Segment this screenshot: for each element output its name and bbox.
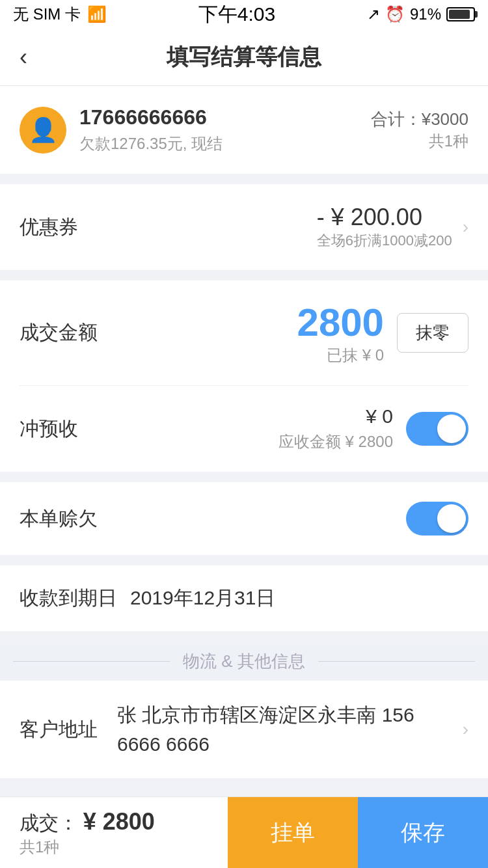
toggle-knob bbox=[437, 414, 466, 443]
page-title: 填写结算等信息 bbox=[167, 42, 321, 72]
battery-percent: 91% bbox=[410, 5, 441, 23]
due-date-row: 收款到期日 2019年12月31日 bbox=[0, 565, 488, 631]
customer-right: 合计：¥3000 共1种 bbox=[371, 108, 468, 152]
hold-button[interactable]: 挂单 bbox=[228, 797, 358, 869]
battery-icon bbox=[446, 7, 475, 21]
avatar: 👤 bbox=[20, 107, 66, 154]
prepay-label: 冲预收 bbox=[20, 416, 78, 442]
total-count: 共1种 bbox=[371, 131, 468, 152]
alarm-icon: ⏰ bbox=[385, 5, 405, 23]
save-button[interactable]: 保存 bbox=[358, 797, 488, 869]
separator-section: 物流 & 其他信息 bbox=[0, 642, 488, 681]
address-arrow-icon: › bbox=[463, 719, 468, 740]
customer-card: 👤 17666666666 欠款1276.35元, 现结 合计：¥3000 共1… bbox=[0, 86, 488, 174]
location-icon: ↗ bbox=[367, 5, 380, 23]
credit-row: 本单赊欠 bbox=[0, 482, 488, 555]
bottom-summary: 成交： ¥ 2800 共1种 bbox=[0, 808, 228, 858]
deal-amount-value: 2800 bbox=[297, 300, 384, 345]
coupon-right: - ¥ 200.00 全场6折满1000减200 › bbox=[317, 204, 468, 251]
total-label: 合计：¥3000 bbox=[371, 108, 468, 131]
prepay-row: 冲预收 ¥ 0 应收金额 ¥ 2800 bbox=[20, 386, 468, 472]
bottom-count: 共1种 bbox=[20, 837, 208, 858]
bottom-deal-amount: ¥ 2800 bbox=[83, 808, 155, 835]
customer-info: 17666666666 欠款1276.35元, 现结 bbox=[79, 105, 223, 154]
status-left: 无 SIM 卡 📶 bbox=[13, 4, 107, 25]
due-date-label: 收款到期日 bbox=[20, 585, 117, 612]
deal-label: 成交金额 bbox=[20, 319, 98, 346]
coupon-section: 优惠券 - ¥ 200.00 全场6折满1000减200 › bbox=[0, 184, 488, 270]
deal-value-group: 2800 已抹 ¥ 0 bbox=[297, 300, 384, 366]
coupon-row[interactable]: 优惠券 - ¥ 200.00 全场6折满1000减200 › bbox=[0, 184, 488, 270]
prepay-amount: ¥ 0 bbox=[366, 405, 393, 427]
credit-toggle-knob bbox=[437, 504, 466, 533]
wifi-icon: 📶 bbox=[87, 5, 107, 23]
prepay-amount-group: ¥ 0 应收金额 ¥ 2800 bbox=[278, 405, 393, 452]
due-date-value: 2019年12月31日 bbox=[130, 585, 275, 612]
credit-toggle-right bbox=[406, 502, 468, 536]
credit-section: 本单赊欠 bbox=[0, 482, 488, 555]
address-section[interactable]: 客户地址 张 北京市市辖区海淀区永丰南 156 6666 6666 › bbox=[0, 681, 488, 778]
separator-text: 物流 & 其他信息 bbox=[183, 650, 305, 673]
deal-sub: 已抹 ¥ 0 bbox=[297, 345, 384, 366]
coupon-sub: 全场6折满1000减200 bbox=[317, 231, 452, 251]
credit-label: 本单赊欠 bbox=[20, 506, 98, 532]
coupon-amount: - ¥ 200.00 bbox=[317, 204, 452, 231]
address-label: 客户地址 bbox=[20, 716, 98, 743]
back-button[interactable]: ‹ bbox=[20, 44, 27, 71]
credit-toggle[interactable] bbox=[406, 502, 468, 536]
no-sim-text: 无 SIM 卡 bbox=[13, 4, 81, 25]
content-area: 👤 17666666666 欠款1276.35元, 现结 合计：¥3000 共1… bbox=[0, 86, 488, 856]
prepay-right: ¥ 0 应收金额 ¥ 2800 bbox=[278, 405, 468, 452]
customer-left: 👤 17666666666 欠款1276.35元, 现结 bbox=[20, 105, 223, 154]
prepay-sub: 应收金额 ¥ 2800 bbox=[278, 431, 393, 452]
customer-sub: 欠款1276.35元, 现结 bbox=[79, 133, 223, 154]
prepay-toggle[interactable] bbox=[406, 412, 468, 446]
status-time: 下午4:03 bbox=[198, 1, 275, 28]
separator-line-left bbox=[13, 661, 170, 662]
nav-bar: ‹ 填写结算等信息 bbox=[0, 29, 488, 86]
round-button[interactable]: 抹零 bbox=[397, 313, 468, 353]
coupon-arrow-icon: › bbox=[463, 217, 468, 237]
deal-amount-right: 2800 已抹 ¥ 0 抹零 bbox=[297, 300, 468, 366]
address-value: 张 北京市市辖区海淀区永丰南 156 6666 6666 bbox=[117, 700, 463, 759]
bottom-bar: 成交： ¥ 2800 共1种 挂单 保存 bbox=[0, 796, 488, 868]
coupon-label: 优惠券 bbox=[20, 214, 78, 241]
separator-line-right bbox=[318, 661, 475, 662]
bottom-deal-line: 成交： ¥ 2800 bbox=[20, 808, 208, 837]
bottom-deal-label: 成交： bbox=[20, 812, 78, 834]
status-right: ↗ ⏰ 91% bbox=[367, 5, 475, 23]
status-bar: 无 SIM 卡 📶 下午4:03 ↗ ⏰ 91% bbox=[0, 0, 488, 29]
deal-amount-row: 成交金额 2800 已抹 ¥ 0 抹零 bbox=[20, 280, 468, 386]
customer-phone: 17666666666 bbox=[79, 105, 223, 129]
coupon-info: - ¥ 200.00 全场6折满1000减200 bbox=[317, 204, 452, 251]
deal-section: 成交金额 2800 已抹 ¥ 0 抹零 冲预收 ¥ 0 应收金额 ¥ 2800 bbox=[0, 280, 488, 472]
